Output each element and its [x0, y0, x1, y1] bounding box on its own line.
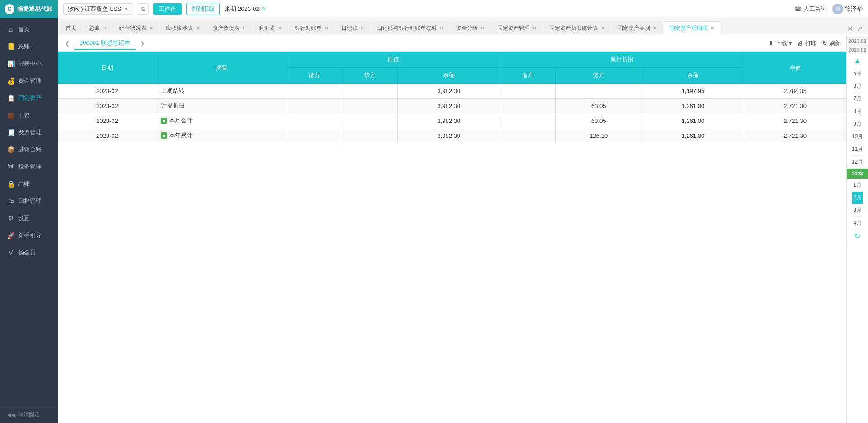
sidebar-item-settings[interactable]: ⚙设置 — [0, 210, 58, 227]
main-area: (勿动) 江西服垒-LSS ▼ ⧉ 工作台 切到旧版 账期 2023-02 ✎ … — [58, 0, 868, 423]
tab-close-journal[interactable]: ✕ — [360, 25, 364, 31]
print-button[interactable]: 🖨 打印 — [797, 39, 817, 47]
tab-depreciation[interactable]: 固定资产折旧统计表✕ — [543, 21, 611, 35]
period-refresh[interactable]: ↻ — [847, 230, 868, 243]
username: 徐泽华 — [845, 5, 863, 13]
tab-close-status[interactable]: ✕ — [149, 25, 153, 31]
period-month-cur[interactable]: 4月 — [852, 217, 863, 230]
invoice-icon: 🧾 — [7, 129, 14, 136]
tab-home[interactable]: 首页 — [60, 21, 82, 35]
tab-assetdetail[interactable]: 固定资产明细账✕ — [664, 21, 720, 35]
tabbar: 首页总账✕经营状况表✕应收账龄表✕资产负债表✕利润表✕银行对账单✕日记账✕日记账… — [58, 18, 868, 35]
tab-assettype[interactable]: 固定资产类别✕ — [612, 21, 663, 35]
period-month-prev[interactable]: 9月 — [851, 118, 864, 131]
sidebar-item-assets[interactable]: 📋固定资产 — [0, 89, 58, 107]
tab-label-assetdetail: 固定资产明细账 — [670, 24, 708, 32]
tab-reconcile[interactable]: 日记账与银行对账单核对✕ — [371, 21, 449, 35]
sub-tab-item-notebook[interactable]: 000001 联想笔记本 — [74, 37, 136, 50]
print-icon: 🖨 — [797, 40, 803, 47]
tab-profit[interactable]: 利润表✕ — [253, 21, 288, 35]
col-orig-balance: 余额 — [398, 68, 500, 84]
settings-icon: ⚙ — [7, 215, 14, 222]
cell-orig-balance: 3,982.30 — [398, 84, 500, 99]
tab-label-assetmgmt: 固定资产管理 — [497, 24, 530, 32]
period-month-prev[interactable]: 8月 — [851, 105, 864, 118]
tab-status[interactable]: 经营状况表✕ — [113, 21, 159, 35]
col-accumulated: 累计折旧 — [500, 52, 744, 68]
tab-receivable[interactable]: 应收账龄表✕ — [160, 21, 206, 35]
period-value: 2023-02 — [238, 5, 259, 12]
tab-journal[interactable]: 日记账✕ — [335, 21, 370, 35]
guide-icon: 🚀 — [7, 232, 14, 239]
period-month-cur[interactable]: 2月 — [852, 192, 863, 204]
sidebar-unpin[interactable]: ◀◀ 取消固定 — [0, 406, 58, 423]
period-month-prev[interactable]: 10月 — [851, 131, 864, 143]
sidebar-item-close[interactable]: 🔒结账 — [0, 175, 58, 193]
toolbar-right: ⬇ 下载 ▾ 🖨 打印 ↻ 刷新 — [769, 39, 841, 47]
cell-orig-credit — [342, 128, 398, 143]
period-month-prev[interactable]: 11月 — [851, 143, 864, 156]
sidebar-item-guide[interactable]: 🚀新手引导 — [0, 227, 58, 244]
sidebar-item-member[interactable]: V畅会员 — [0, 244, 58, 261]
cell-date: 2023-02 — [58, 99, 156, 113]
close-icon: 🔒 — [7, 180, 14, 188]
tab-close-assetdetail[interactable]: ✕ — [710, 25, 714, 31]
tab-cashflow[interactable]: 资金分析✕ — [450, 21, 491, 35]
tab-close-depreciation[interactable]: ✕ — [601, 25, 605, 31]
period-edit-icon[interactable]: ✎ — [261, 5, 266, 12]
sidebar-item-payroll[interactable]: 💼工资 — [0, 107, 58, 124]
support-link[interactable]: ☎ 人工咨询 — [794, 5, 827, 13]
tab-close-balance[interactable]: ✕ — [242, 25, 246, 31]
cell-net-value: 2,721.30 — [744, 113, 846, 128]
period-month-prev[interactable]: 12月 — [851, 156, 864, 169]
col-summary: 摘要 — [156, 52, 287, 84]
sidebar-label-settings: 设置 — [18, 214, 30, 222]
sidebar-item-invoice[interactable]: 🧾发票管理 — [0, 124, 58, 141]
user-info[interactable]: 徐 徐泽华 — [832, 4, 863, 14]
cell-acc-balance: 1,261.00 — [642, 128, 744, 143]
workarea-button[interactable]: 工作台 — [153, 3, 182, 15]
cell-orig-credit — [342, 113, 398, 128]
tab-close-reconcile[interactable]: ✕ — [439, 25, 443, 31]
tab-close-receivable[interactable]: ✕ — [196, 25, 200, 31]
period-up-arrow[interactable]: ▲ — [854, 56, 861, 66]
period-month-cur[interactable]: 3月 — [852, 204, 863, 217]
sidebar-item-home[interactable]: ⌂首页 — [0, 21, 58, 38]
tab-close-profit[interactable]: ✕ — [278, 25, 282, 31]
download-button[interactable]: ⬇ 下载 ▾ — [769, 39, 792, 47]
tab-bank[interactable]: 银行对账单✕ — [289, 21, 335, 35]
period-month-cur[interactable]: 1月 — [852, 179, 863, 192]
cell-net-value: 2,784.35 — [744, 84, 846, 99]
cell-orig-credit — [342, 84, 398, 99]
sidebar-label-archive: 归档管理 — [18, 197, 42, 205]
tab-close-assetmgmt[interactable]: ✕ — [533, 25, 537, 31]
copy-button[interactable]: ⧉ — [137, 3, 149, 15]
refresh-icon: ↻ — [822, 40, 827, 47]
tab-balance[interactable]: 资产负债表✕ — [207, 21, 252, 35]
sub-tab-prev[interactable]: ❮ — [63, 40, 71, 47]
sidebar-item-reports[interactable]: 📊报表中心 — [0, 55, 58, 72]
sub-tab-next[interactable]: ❯ — [138, 40, 146, 47]
switch-version-button[interactable]: 切到旧版 — [186, 3, 220, 15]
refresh-button[interactable]: ↻ 刷新 — [822, 39, 841, 47]
company-selector[interactable]: (勿动) 江西服垒-LSS ▼ — [63, 3, 132, 15]
tab-close-assettype[interactable]: ✕ — [653, 25, 657, 31]
sidebar-item-capital[interactable]: 💰资金管理 — [0, 72, 58, 89]
tab-close-bank[interactable]: ✕ — [325, 25, 329, 31]
tab-close-cashflow[interactable]: ✕ — [481, 25, 485, 31]
period-info: 账期 2023-02 ✎ — [224, 5, 266, 13]
tab-maximize-icon[interactable]: ⤢ — [857, 24, 863, 33]
tab-close-ledger[interactable]: ✕ — [103, 25, 107, 31]
period-month-prev[interactable]: 5月 — [851, 67, 864, 80]
tab-assetmgmt[interactable]: 固定资产管理✕ — [491, 21, 542, 35]
tab-ledger[interactable]: 总账✕ — [83, 21, 113, 35]
period-month-prev[interactable]: 6月 — [851, 80, 864, 93]
sidebar-label-guide: 新手引导 — [18, 231, 42, 240]
sidebar-item-tax[interactable]: 🏛税务管理 — [0, 158, 58, 175]
sidebar-nav: ⌂首页📒总账📊报表中心💰资金管理📋固定资产💼工资🧾发票管理📦进销台账🏛税务管理🔒… — [0, 18, 58, 406]
sidebar-item-ledger[interactable]: 📒总账 — [0, 38, 58, 55]
sidebar-item-salespurchase[interactable]: 📦进销台账 — [0, 141, 58, 158]
sidebar-item-archive[interactable]: 🗂归档管理 — [0, 193, 58, 210]
tab-close-all-icon[interactable]: ✕ — [847, 24, 853, 33]
period-month-prev[interactable]: 7月 — [851, 93, 864, 105]
